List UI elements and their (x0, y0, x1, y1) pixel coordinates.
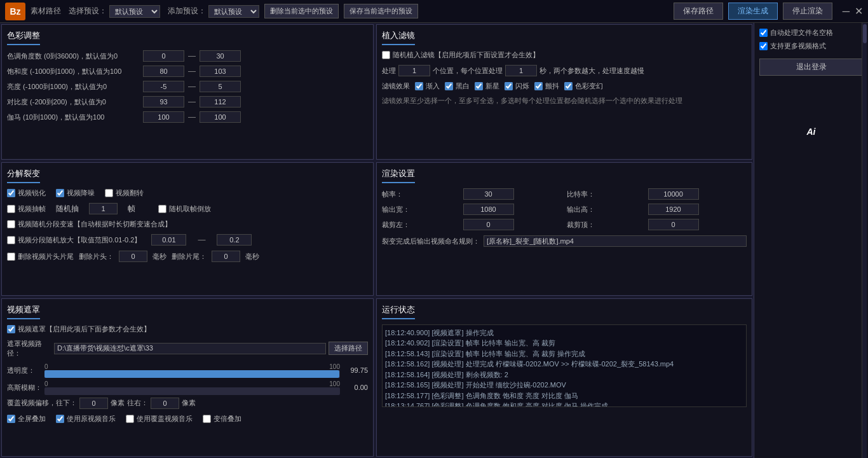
sharpen-check-item[interactable]: 视频锐化 (7, 188, 46, 198)
orig-music-checkbox[interactable] (56, 415, 64, 423)
right-panel: 自动处理文件名空格 支持更多视频格式 退出登录 Ai (754, 23, 868, 458)
auto-space-row[interactable]: 自动处理文件名空格 (759, 28, 863, 38)
cover-right-input[interactable] (151, 398, 179, 409)
pos-val-input[interactable] (505, 65, 537, 76)
speed-check-item[interactable]: 视频随机分段变速【自动根据时长切断变速合成】 (7, 219, 172, 229)
fps-input[interactable] (463, 188, 514, 200)
crop-left-input[interactable] (463, 219, 514, 230)
cover-music-checkbox[interactable] (126, 415, 134, 423)
denoise-checkbox[interactable] (56, 189, 64, 197)
zoom-check-item[interactable]: 视频分段随机放大【取值范围0.01-0.2】 (7, 235, 141, 245)
mask-path-button[interactable]: 选择路径 (329, 342, 368, 355)
opacity-max: 100 (329, 363, 340, 370)
close-button[interactable]: ✕ (855, 5, 863, 17)
extract-check-item[interactable]: 视频抽帧 (7, 204, 46, 214)
color-val1-1[interactable] (143, 66, 184, 77)
opacity-fill (44, 370, 339, 378)
delete-preset-button[interactable]: 删除当前选中的预设 (264, 4, 339, 18)
color-row-label-2: 亮度 (-1000到1000)，默认值为0 (7, 82, 140, 92)
effect-4-checkbox[interactable] (534, 82, 543, 90)
gauss-slider-row: 高斯模糊： 0 100 0.00 (7, 380, 368, 395)
zoom-val2-input[interactable] (217, 234, 252, 246)
save-preset-button[interactable]: 保存当前选中的预设 (344, 4, 418, 18)
save-path-button[interactable]: 保存路径 (674, 3, 723, 20)
more-formats-checkbox[interactable] (759, 42, 768, 50)
add-preset-label: 添加预设： (168, 6, 206, 17)
height-input[interactable] (648, 204, 699, 215)
scrollbar[interactable] (862, 23, 867, 458)
filter-main-checkbox[interactable] (382, 51, 390, 59)
minimize-button[interactable]: ─ (843, 5, 850, 17)
color-val2-4[interactable] (200, 111, 241, 123)
fullscreen-label: 全屏叠加 (18, 414, 46, 424)
color-val2-3[interactable] (200, 96, 241, 108)
gauss-track[interactable] (44, 387, 340, 395)
opacity-track[interactable] (44, 370, 340, 378)
delete-head-input[interactable] (119, 251, 147, 262)
add-preset-dropdown[interactable]: 默认预设 (208, 5, 259, 18)
cover-down-input[interactable] (79, 398, 108, 409)
color-val1-2[interactable] (143, 81, 184, 92)
random-reverse-check-item[interactable]: 随机取帧倒放 (158, 204, 211, 214)
effect-4-item[interactable]: 颤抖 (534, 81, 559, 91)
mask-main-check-item[interactable]: 视频遮罩【启用此项后下面参数才会生效】 (7, 324, 151, 334)
mask-path-input[interactable] (54, 343, 326, 354)
effect-1-checkbox[interactable] (445, 82, 453, 90)
fullscreen-checkbox[interactable] (7, 415, 15, 423)
mask-panel: 视频遮罩 视频遮罩【启用此项后下面参数才会生效】 遮罩视频路径： 选择路径 透明… (1, 298, 374, 457)
delete-check-item[interactable]: 删除视频片头片尾 (7, 252, 74, 261)
color-val2-0[interactable] (200, 50, 241, 62)
bitrate-input[interactable] (648, 188, 699, 200)
random-reverse-checkbox[interactable] (158, 205, 166, 213)
flip-checkbox[interactable] (105, 189, 113, 197)
color-panel: 色彩调整 色调角度数 (0到36000)，默认值为0 — 饱和度 (-1000到… (1, 24, 374, 160)
name-rule-label: 裂变完成后输出视频命名规则： (382, 237, 480, 246)
render-button[interactable]: 渲染生成 (728, 3, 778, 20)
zoom-add-checkbox[interactable] (203, 415, 211, 423)
cover-music-check-item[interactable]: 使用覆盖视频音乐 (126, 414, 193, 424)
effect-5-item[interactable]: 色彩变幻 (564, 81, 603, 91)
orig-music-check-item[interactable]: 使用原视频音乐 (56, 414, 116, 424)
logout-button[interactable]: 退出登录 (759, 59, 863, 76)
effect-0-checkbox[interactable] (415, 82, 423, 90)
effect-5-checkbox[interactable] (564, 82, 573, 90)
zoom-add-check-item[interactable]: 变倍叠加 (203, 414, 241, 424)
flip-check-item[interactable]: 视频翻转 (105, 188, 144, 198)
process-val-input[interactable] (398, 65, 430, 76)
color-val1-0[interactable] (143, 50, 184, 62)
zoom-add-label: 变倍叠加 (214, 414, 241, 424)
width-input[interactable] (463, 204, 514, 215)
effect-3-item[interactable]: 闪烁 (505, 81, 529, 91)
select-preset-dropdown[interactable]: 默认预设 (109, 5, 160, 18)
stop-render-button[interactable]: 停止渲染 (783, 3, 832, 20)
delete-tail-input[interactable] (212, 251, 240, 262)
color-val2-1[interactable] (200, 66, 241, 77)
name-rule-input[interactable] (484, 235, 747, 247)
color-val1-3[interactable] (143, 96, 184, 108)
effect-0-label: 渐入 (426, 81, 440, 91)
scrollbar-thumb[interactable] (863, 24, 867, 43)
gauss-min: 0 (44, 380, 48, 387)
sharpen-checkbox[interactable] (7, 189, 15, 197)
delete-checkbox[interactable] (7, 253, 15, 261)
effect-0-item[interactable]: 渐入 (415, 81, 440, 91)
crop-left-label: 裁剪左： (382, 220, 458, 230)
effect-2-item[interactable]: 新星 (475, 81, 499, 91)
fullscreen-check-item[interactable]: 全屏叠加 (7, 414, 46, 424)
effect-2-checkbox[interactable] (475, 82, 483, 90)
denoise-check-item[interactable]: 视频降噪 (56, 188, 95, 198)
mask-main-checkbox[interactable] (7, 325, 15, 333)
auto-space-checkbox[interactable] (759, 29, 768, 37)
color-val1-4[interactable] (143, 111, 184, 123)
opacity-slider-container: 0 100 (44, 363, 340, 378)
random-value-input[interactable] (89, 203, 118, 214)
zoom-checkbox[interactable] (7, 236, 15, 244)
effect-3-checkbox[interactable] (505, 82, 513, 90)
color-val2-2[interactable] (200, 81, 241, 92)
extract-checkbox[interactable] (7, 205, 15, 213)
more-formats-row[interactable]: 支持更多视频格式 (759, 41, 863, 51)
crop-top-input[interactable] (648, 219, 699, 230)
zoom-val1-input[interactable] (151, 234, 186, 246)
effect-1-item[interactable]: 黑白 (445, 81, 470, 91)
speed-checkbox[interactable] (7, 220, 15, 228)
